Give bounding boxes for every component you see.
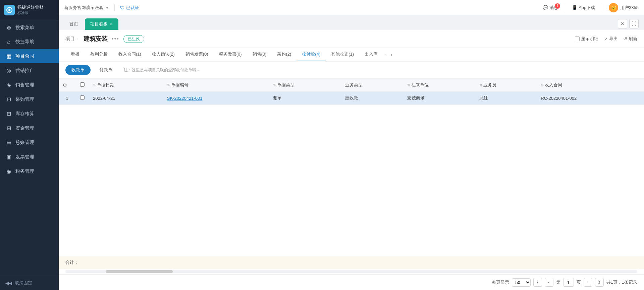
refresh-label: 刷新 (629, 36, 637, 42)
sub-nav-kanban[interactable]: 看板 (65, 48, 85, 61)
project-label-prefix: 项目： (65, 36, 79, 42)
th-partner[interactable]: 往来单位 (403, 79, 475, 92)
sidebar-item-label: 搜索菜单 (15, 25, 34, 31)
sidebar-item-search[interactable]: ⊜ 搜索菜单 (0, 20, 59, 35)
marketing-icon: ◎ (5, 67, 12, 74)
sub-nav-other-expenses[interactable]: 其他收支(1) (326, 48, 359, 61)
sub-nav-profit[interactable]: 盈利分析 (85, 48, 113, 61)
sub-nav-sales[interactable]: 销售(0) (247, 48, 272, 61)
tab-home[interactable]: 首页 (64, 18, 84, 30)
tab-close-icon[interactable]: ✕ (110, 22, 113, 26)
row-number-link[interactable]: SK-20220421-001 (167, 96, 203, 101)
sub-nav-sales-invoice[interactable]: 销售发票(0) (180, 48, 214, 61)
sidebar-item-label: 税务管理 (15, 168, 34, 174)
tab-project-board-label: 项目看板 (90, 21, 108, 27)
project-status-badge: 已生效 (123, 35, 144, 43)
sub-nav: 看板 盈利分析 收入合同(1) 收入确认(2) 销售发票(0) 税务发票(0) … (59, 48, 644, 62)
project-more-button[interactable]: ••• (112, 36, 119, 42)
purchase-icon: ⊡ (5, 96, 12, 102)
tab-project-board[interactable]: 项目看板 ✕ (85, 18, 118, 30)
horizontal-scrollbar[interactable] (65, 270, 637, 273)
sub-tab-note: 注：这里是与项目关联的全部收付款单哦～ (124, 67, 200, 73)
sidebar-item-marketing[interactable]: ◎ 营销推广 (0, 63, 59, 78)
sidebar-item-purchase[interactable]: ⊡ 采购管理 (0, 92, 59, 106)
row-number[interactable]: SK-20220421-001 (163, 92, 269, 105)
export-icon: ↗ (604, 36, 608, 42)
sidebar-item-label: 销售管理 (15, 82, 34, 88)
sidebar-scroll: ⊜ 搜索菜单 ⌂ 快捷导航 ▦ 项目合同 ◎ 营销推广 ◈ 销售管理 ⊡ 采购管… (0, 20, 59, 276)
certified-badge: 🛡 已认证 (120, 5, 139, 11)
th-salesperson[interactable]: 业务员 (475, 79, 537, 92)
sidebar-item-finance[interactable]: ⊞ 资金管理 (0, 121, 59, 135)
payment-tab-button[interactable]: 付款单 (93, 65, 118, 75)
sub-nav-tax-invoice[interactable]: 税务发票(0) (214, 48, 247, 61)
app-download-label: App下载 (579, 5, 595, 11)
row-checkbox[interactable] (80, 95, 85, 100)
page-size-select[interactable]: 50 20 100 (512, 278, 531, 287)
sub-nav-in-out[interactable]: 出入库 (359, 48, 383, 61)
refresh-icon: ↺ (623, 36, 627, 42)
app-edition: 标准版 (17, 10, 44, 15)
footer-total-label: 合计： (65, 260, 78, 266)
finance-icon: ⊞ (5, 125, 12, 131)
sidebar-unpin-button[interactable]: ◀◀ 取消固定 (0, 276, 59, 290)
sidebar-item-invoice[interactable]: ▣ 发票管理 (0, 150, 59, 164)
tax-icon: ◉ (5, 168, 12, 174)
next-page-button[interactable]: › (584, 278, 592, 287)
close-window-button[interactable]: ✕ (618, 19, 627, 28)
prev-page-button[interactable]: ‹ (545, 278, 553, 287)
th-biz-type: 业务类型 (341, 79, 403, 92)
sub-nav-purchase[interactable]: 采购(2) (272, 48, 297, 61)
export-button[interactable]: ↗ 导出 (604, 36, 618, 42)
project-actions: 显示明细 ↗ 导出 ↺ 刷新 (575, 36, 637, 42)
sidebar-header: 畅捷通好业财 标准版 (0, 0, 59, 20)
th-number[interactable]: 单据编号 (163, 79, 269, 92)
refresh-button[interactable]: ↺ 刷新 (623, 36, 637, 42)
sidebar-item-project-contract[interactable]: ▦ 项目合同 (0, 49, 59, 63)
row-checkbox-cell (75, 92, 89, 105)
tab-home-label: 首页 (69, 21, 78, 27)
topbar-divider3 (602, 4, 602, 11)
app-download-button[interactable]: 📱 App下载 (572, 5, 595, 11)
pagination: 每页显示 50 20 100 ⟪ ‹ 第 页 › ⟫ 共1页，1条记录 (59, 274, 644, 290)
sidebar-item-label: 总账管理 (15, 140, 34, 146)
show-detail-checkbox[interactable]: 显示明细 (575, 36, 598, 42)
home-icon: ⌂ (5, 39, 12, 45)
topbar-right: 💬 消息 1 📱 App下载 🐱 用户3355 (543, 3, 639, 12)
topbar-divider (114, 4, 115, 11)
th-settings: ⚙ (59, 79, 75, 92)
sidebar-item-tax[interactable]: ◉ 税务管理 (0, 164, 59, 178)
account-selector[interactable]: 新服务官网演示账套 ▼ (64, 5, 109, 11)
sub-nav-income-contract[interactable]: 收入合同(1) (113, 48, 147, 61)
page-suffix: 页 (577, 279, 581, 285)
scrollbar-thumb[interactable] (106, 270, 173, 273)
th-date[interactable]: 单据日期 (89, 79, 163, 92)
th-type[interactable]: 单据类型 (269, 79, 341, 92)
row-date: 2022-04-21 (89, 92, 163, 105)
select-all-checkbox[interactable] (80, 82, 85, 87)
shield-icon: 🛡 (120, 5, 125, 10)
message-button[interactable]: 💬 消息 1 (543, 5, 558, 11)
table-row: 1 2022-04-21 SK-20220421-001 蓝单 应收款 宏茂商场… (59, 92, 644, 105)
last-page-button[interactable]: ⟫ (595, 278, 604, 287)
invoice-icon: ▣ (5, 154, 12, 160)
project-title: 建筑安装 (84, 35, 108, 43)
page-input[interactable] (563, 278, 574, 287)
sub-nav-left-arrow[interactable]: ‹ (383, 49, 389, 60)
unpin-label: 取消固定 (15, 280, 32, 286)
table-settings-icon[interactable]: ⚙ (63, 82, 67, 88)
sidebar-item-sales[interactable]: ◈ 销售管理 (0, 78, 59, 92)
th-income-contract[interactable]: 收入合同 (537, 79, 644, 92)
sub-nav-right-arrow[interactable]: › (389, 49, 394, 60)
maximize-window-button[interactable]: ⛶ (629, 19, 639, 28)
sub-nav-income-confirm[interactable]: 收入确认(2) (147, 48, 180, 61)
sidebar-item-inventory[interactable]: ⊟ 库存核算 (0, 106, 59, 121)
sub-nav-receipts[interactable]: 收付款(4) (297, 48, 326, 61)
sidebar-item-ledger[interactable]: ▤ 总账管理 (0, 135, 59, 150)
receipt-tab-button[interactable]: 收款单 (65, 65, 91, 75)
user-menu[interactable]: 🐱 用户3355 (609, 3, 639, 12)
first-page-button[interactable]: ⟪ (533, 278, 542, 287)
total-records-label: 共1页，1条记录 (606, 279, 637, 285)
sidebar-item-quick-nav[interactable]: ⌂ 快捷导航 (0, 35, 59, 49)
table-footer: 合计： (59, 256, 644, 269)
